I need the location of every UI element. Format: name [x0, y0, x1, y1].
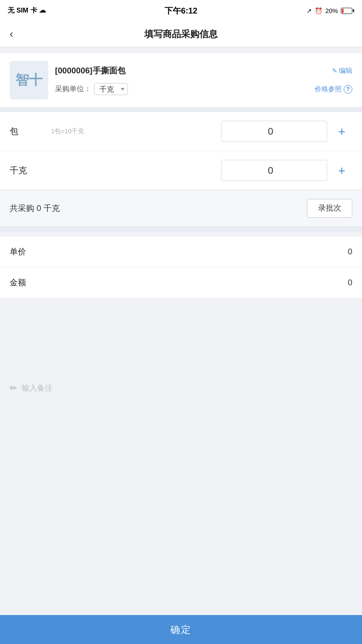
divider-1	[0, 107, 362, 112]
edit-button[interactable]: ✎ 编辑	[332, 67, 352, 75]
kg-input[interactable]	[221, 160, 327, 181]
input-section: 包 1包=10千克 + 千克 +	[0, 112, 362, 190]
batch-button[interactable]: 录批次	[307, 199, 352, 218]
battery-percent: 20%	[325, 7, 338, 14]
kg-input-row: 千克 +	[0, 151, 362, 190]
page-title: 填写商品采购信息	[144, 28, 218, 41]
content-spacer	[0, 474, 362, 616]
price-ref-button[interactable]: 价格参照 ?	[315, 85, 352, 94]
bag-controls: +	[221, 121, 352, 142]
amount-label: 金额	[10, 277, 26, 288]
amount-row: 金额 0	[0, 267, 362, 298]
unit-price-label: 单价	[10, 246, 26, 257]
status-left: 无 SIM 卡 ☁	[8, 6, 46, 15]
edit-icon: ✎	[332, 67, 337, 74]
total-row: 共采购 0 千克 录批次	[0, 190, 362, 227]
status-time: 下午6:12	[165, 5, 197, 16]
unit-label: 采购单位：	[55, 84, 91, 94]
unit-price-row: 单价 0	[0, 237, 362, 267]
product-logo: 智十	[15, 73, 42, 88]
help-icon: ?	[344, 85, 352, 94]
sim-status: 无 SIM 卡 ☁	[8, 6, 46, 15]
product-image: 智十	[10, 61, 48, 99]
nav-bar: ‹ 填写商品采购信息	[0, 21, 362, 47]
bag-sublabel: 1包=10千克	[51, 127, 84, 136]
bag-input-row: 包 1包=10千克 +	[0, 112, 362, 151]
back-button[interactable]: ‹	[10, 28, 13, 41]
kg-plus-button[interactable]: +	[331, 160, 352, 181]
kg-label: 千克	[10, 165, 48, 176]
notes-placeholder: 输入备注	[22, 383, 53, 393]
bag-label: 包	[10, 126, 48, 137]
pencil-icon: ✏	[10, 383, 17, 393]
product-name: [0000006]手撕面包	[55, 65, 125, 76]
unit-select[interactable]: 千克	[94, 83, 128, 95]
amount-value: 0	[348, 278, 352, 288]
product-info: [0000006]手撕面包 ✎ 编辑 采购单位： 千克 价格参照 ?	[55, 65, 352, 95]
alarm-icon: ⏰	[315, 7, 322, 14]
unit-price-value: 0	[348, 247, 352, 257]
product-card: 智十 [0000006]手撕面包 ✎ 编辑 采购单位： 千克	[0, 53, 362, 107]
bag-input[interactable]	[221, 121, 327, 142]
location-icon: ↗	[306, 7, 312, 14]
notes-section[interactable]: ✏ 输入备注	[0, 303, 362, 474]
price-section: 单价 0 金额 0	[0, 237, 362, 298]
divider-2	[0, 227, 362, 232]
battery-icon	[341, 8, 354, 14]
total-text: 共采购 0 千克	[10, 203, 60, 214]
bag-plus-button[interactable]: +	[331, 121, 352, 142]
confirm-button[interactable]: 确定	[0, 615, 362, 644]
kg-controls: +	[221, 160, 352, 181]
status-right: ↗ ⏰ 20%	[306, 7, 354, 14]
